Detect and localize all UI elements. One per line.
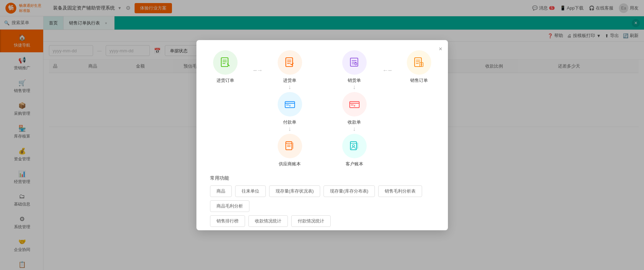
- flow-node-sales-bill[interactable]: 销货单: [342, 50, 367, 84]
- flow-section: 进货订单 - - → 进货单: [210, 50, 434, 167]
- arrow-0-1: - - →: [249, 67, 266, 84]
- spacer-down-3: [395, 84, 443, 91]
- common-functions-title: 常用功能: [210, 175, 434, 181]
- arrow-3-2: ← - -: [378, 67, 395, 84]
- sales-order-icon: [407, 50, 431, 75]
- common-btn-counterparty[interactable]: 往来单位: [235, 185, 266, 197]
- flow-col-2: 销货单: [331, 50, 378, 84]
- svg-rect-14: [415, 58, 421, 67]
- spacer-d2-3: [395, 125, 443, 132]
- down-arrow-2: ↓: [331, 84, 378, 91]
- down-arrow-rec: ↓: [331, 125, 378, 132]
- flow-col-1: 进货单: [266, 50, 314, 84]
- receipt-bill-icon: ¥: [342, 92, 367, 116]
- spacer-arrow-mid: [314, 84, 331, 91]
- common-btn-sales-gross[interactable]: 销售毛利分析表: [378, 185, 422, 197]
- svg-text:¥: ¥: [289, 104, 291, 107]
- customer-ledger-icon: [342, 134, 367, 158]
- spacer-arrow-0-1: [249, 84, 266, 91]
- flow-col-customer: 客户账本: [331, 134, 378, 167]
- flow-node-purchase-order[interactable]: 进货订单: [213, 50, 238, 84]
- svg-rect-29: [286, 142, 292, 150]
- flow-node-sales-order[interactable]: 销售订单: [407, 50, 431, 84]
- flow-node-purchase-bill[interactable]: 进货单: [278, 50, 302, 84]
- svg-rect-31: [292, 143, 294, 149]
- spacer-d2-mid: [314, 125, 331, 132]
- svg-rect-0: [221, 58, 228, 67]
- spacer-d2-0: [202, 125, 249, 132]
- down-arrow-1: ↓: [266, 84, 314, 91]
- flow-node-payment-bill[interactable]: ¥ 付款单: [278, 92, 302, 125]
- flow-col-0: 进货订单: [202, 50, 249, 84]
- svg-rect-23: [286, 104, 289, 106]
- common-btn-payment-stats[interactable]: 付款情况统计: [291, 215, 331, 227]
- common-functions-section: 常用功能 商品 往来单位 现存量(库存状况表) 现存量(库存分布表) 销售毛利分…: [210, 175, 434, 227]
- flow-col-payment: ¥ 付款单: [266, 92, 314, 125]
- common-buttons-row-2: 销售排行榜 收款情况统计 付款情况统计: [210, 215, 434, 227]
- flow-node-supplier-ledger[interactable]: 供应商账本: [278, 134, 302, 167]
- spacer-down-0: [202, 84, 249, 91]
- flow-col-3: 销售订单: [395, 50, 443, 84]
- purchase-bill-icon: [278, 50, 302, 75]
- supplier-ledger-icon: [278, 134, 302, 158]
- flow-col-receipt: ¥ 收款单: [331, 92, 378, 125]
- popup-close-button[interactable]: ×: [439, 46, 442, 53]
- svg-rect-27: [351, 104, 353, 106]
- svg-rect-36: [356, 143, 358, 149]
- svg-rect-5: [286, 58, 293, 67]
- flow-node-customer-ledger[interactable]: 客户账本: [342, 134, 367, 167]
- common-btn-stock-dist[interactable]: 现存量(库存分布表): [324, 185, 375, 197]
- flow-col-supplier: 供应商账本: [266, 134, 314, 167]
- spacer-d2-23: [378, 125, 395, 132]
- common-buttons-row-1: 商品 往来单位 现存量(库存状况表) 现存量(库存分布表) 销售毛利分析表 商品…: [210, 185, 434, 212]
- payment-bill-icon: ¥: [278, 92, 302, 116]
- sales-bill-icon: [342, 50, 367, 75]
- common-btn-product-gross[interactable]: 商品毛利分析: [210, 200, 249, 212]
- svg-text:¥: ¥: [353, 104, 355, 107]
- purchase-order-icon: [213, 50, 238, 75]
- popup-overlay[interactable]: × 进货订单 - - →: [0, 0, 644, 270]
- svg-point-13: [355, 63, 357, 65]
- down-arrow-pay: ↓: [266, 125, 314, 132]
- common-btn-product[interactable]: 商品: [210, 185, 232, 197]
- popup: × 进货订单 - - →: [196, 40, 448, 230]
- flow-node-receipt-bill[interactable]: ¥ 收款单: [342, 92, 367, 125]
- spacer-d2-01: [249, 125, 266, 132]
- common-btn-sales-ranking[interactable]: 销售排行榜: [210, 215, 245, 227]
- svg-point-37: [352, 145, 354, 147]
- spacer-arrow-3-2: [378, 84, 395, 91]
- common-btn-receipt-stats[interactable]: 收款情况统计: [248, 215, 288, 227]
- common-btn-stock-status[interactable]: 现存量(库存状况表): [269, 185, 320, 197]
